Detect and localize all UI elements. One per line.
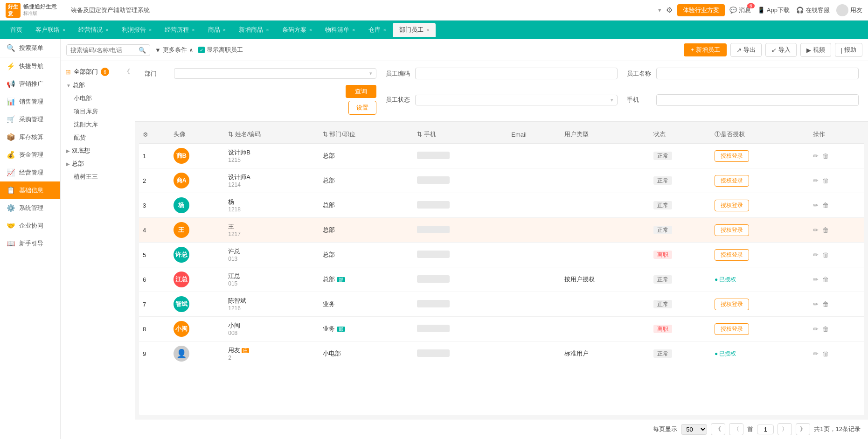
- close-icon[interactable]: ×: [223, 27, 226, 33]
- edit-icon[interactable]: ✏: [813, 350, 819, 357]
- tab-barcode[interactable]: 条码方案×: [276, 23, 319, 37]
- dept-group-title-shuangdi[interactable]: ▶ 双底想: [63, 144, 132, 157]
- export-button[interactable]: ↗ 导出: [730, 43, 762, 57]
- sidebar-item-finance[interactable]: 💰 资金管理: [0, 146, 60, 164]
- per-page-select[interactable]: 50 100: [681, 424, 707, 435]
- dept-group-title-zongbu[interactable]: ▶ 总部: [63, 157, 132, 170]
- sidebar-item-basic-info[interactable]: 📋 基础信息: [0, 181, 60, 199]
- reset-button[interactable]: 设置: [348, 101, 376, 115]
- last-page-btn[interactable]: 》: [796, 423, 810, 435]
- edit-icon[interactable]: ✏: [813, 276, 819, 283]
- dropdown-arrow-icon[interactable]: ▾: [658, 7, 661, 14]
- delete-icon[interactable]: 🗑: [822, 177, 829, 184]
- close-icon[interactable]: ×: [266, 27, 269, 33]
- close-icon[interactable]: ×: [62, 27, 65, 33]
- status-filter-select[interactable]: ▾: [415, 95, 618, 105]
- close-icon[interactable]: ×: [192, 27, 194, 33]
- delete-icon[interactable]: 🗑: [822, 202, 829, 209]
- add-employee-button[interactable]: + 新增员工: [684, 43, 726, 56]
- tab-history[interactable]: 经营历程×: [158, 23, 201, 37]
- online-service-item[interactable]: 🎧 在线客服: [796, 6, 830, 14]
- app-download-item[interactable]: 📱 App下载: [757, 6, 790, 14]
- edit-icon[interactable]: ✏: [813, 251, 819, 258]
- dept-item-distribution[interactable]: 配货: [63, 131, 132, 144]
- edit-icon[interactable]: ✏: [813, 226, 819, 234]
- close-icon[interactable]: ×: [426, 27, 429, 33]
- delete-icon[interactable]: 🗑: [822, 350, 829, 357]
- sidebar-item-marketing[interactable]: 📢 营销推广: [0, 75, 60, 93]
- auth-login-button[interactable]: 授权登录: [715, 224, 749, 236]
- sidebar-item-operation[interactable]: 📈 经营管理: [0, 164, 60, 181]
- tab-goods[interactable]: 商品×: [201, 23, 232, 37]
- auth-login-button[interactable]: 授权登录: [715, 249, 749, 261]
- settings-icon[interactable]: ⚙: [666, 6, 673, 14]
- dept-item-zhishu[interactable]: 植树王三: [63, 170, 132, 183]
- show-resigned-checkbox[interactable]: ✓ 显示离职员工: [198, 46, 243, 54]
- sidebar-item-system[interactable]: ⚙️ 系统管理: [0, 199, 60, 217]
- empname-filter-input[interactable]: [656, 68, 859, 79]
- sidebar-item-purchase[interactable]: 🛒 采购管理: [0, 111, 60, 128]
- tab-add-goods[interactable]: 新增商品×: [232, 23, 275, 37]
- auth-login-button[interactable]: 授权登录: [715, 150, 749, 162]
- other-button[interactable]: | 报助: [835, 43, 862, 57]
- edit-icon[interactable]: ✏: [813, 202, 819, 209]
- first-page-btn[interactable]: 《: [711, 423, 725, 435]
- close-icon[interactable]: ×: [352, 27, 355, 33]
- tab-home[interactable]: 首页: [4, 23, 29, 37]
- sidebar-item-search[interactable]: 🔍 搜索菜单: [0, 39, 60, 57]
- dept-item-electronics[interactable]: 小电部: [63, 92, 132, 105]
- close-icon[interactable]: ×: [105, 27, 108, 33]
- message-icon-item[interactable]: 💬 消息 6: [729, 6, 751, 14]
- sidebar-item-inventory[interactable]: 📦 库存核算: [0, 128, 60, 146]
- auth-login-button[interactable]: 授权登录: [715, 200, 749, 211]
- collapse-icon[interactable]: 《: [124, 68, 130, 76]
- page-number-input[interactable]: [757, 425, 774, 434]
- col-settings-icon[interactable]: ⚙: [143, 131, 148, 138]
- delete-icon[interactable]: 🗑: [822, 251, 829, 258]
- sidebar-item-quick-nav[interactable]: ⚡ 快捷导航: [0, 57, 60, 75]
- tab-customer[interactable]: 客户联络×: [29, 23, 72, 37]
- empcode-filter-input[interactable]: [415, 68, 618, 79]
- edit-icon[interactable]: ✏: [813, 325, 819, 333]
- search-input[interactable]: [70, 47, 136, 54]
- edit-icon[interactable]: ✏: [813, 177, 819, 184]
- delete-icon[interactable]: 🗑: [822, 276, 829, 283]
- sidebar-item-guide[interactable]: 📖 新手引导: [0, 235, 60, 252]
- auth-login-button[interactable]: 授权登录: [715, 323, 749, 335]
- more-filters-btn[interactable]: ▼ 更多条件 ∧: [155, 46, 194, 54]
- view-button[interactable]: ▶ 视频: [800, 43, 831, 57]
- tab-bom[interactable]: 物料清单×: [319, 23, 361, 37]
- delete-icon[interactable]: 🗑: [822, 325, 829, 333]
- auth-login-button[interactable]: 授权登录: [715, 175, 749, 187]
- sidebar-item-sales[interactable]: 📊 销售管理: [0, 93, 60, 111]
- tab-department[interactable]: 部门员工×: [393, 23, 436, 37]
- tab-profit[interactable]: 利润报告×: [115, 23, 158, 37]
- search-box[interactable]: 🔍: [66, 44, 150, 56]
- sidebar-item-enterprise[interactable]: 🤝 企业协同: [0, 217, 60, 235]
- col-dept[interactable]: ⇅ 部门/职位: [319, 125, 414, 144]
- delete-icon[interactable]: 🗑: [822, 300, 829, 308]
- dept-item-project[interactable]: 项目库房: [63, 105, 132, 118]
- dept-group-title-headquarters[interactable]: ▼ 总部: [63, 79, 132, 92]
- dept-item-shenyang[interactable]: 沈阳大库: [63, 118, 132, 131]
- tab-warehouse[interactable]: 仓库×: [362, 23, 393, 37]
- close-icon[interactable]: ×: [309, 27, 312, 33]
- delete-icon[interactable]: 🗑: [822, 152, 829, 160]
- edit-icon[interactable]: ✏: [813, 152, 819, 160]
- next-page-btn[interactable]: 〉: [778, 423, 792, 435]
- import-button[interactable]: ↙ 导入: [765, 43, 797, 57]
- auth-login-button[interactable]: 授权登录: [715, 299, 749, 310]
- dept-filter-select[interactable]: ▾: [174, 68, 376, 79]
- col-name[interactable]: ⇅ 姓名/编码: [224, 125, 319, 144]
- query-button[interactable]: 查询: [346, 85, 376, 98]
- delete-icon[interactable]: 🗑: [822, 226, 829, 234]
- close-icon[interactable]: ×: [149, 27, 152, 33]
- dept-all-label[interactable]: 全部部门: [74, 68, 98, 76]
- phone-filter-input[interactable]: [656, 94, 859, 106]
- edit-icon[interactable]: ✏: [813, 300, 819, 308]
- experience-btn[interactable]: 体验行业方案: [677, 4, 725, 16]
- col-settings[interactable]: ⚙: [139, 125, 170, 144]
- user-area[interactable]: 用友: [836, 4, 862, 16]
- col-phone[interactable]: ⇅ 手机: [413, 125, 507, 144]
- close-icon[interactable]: ×: [383, 27, 386, 33]
